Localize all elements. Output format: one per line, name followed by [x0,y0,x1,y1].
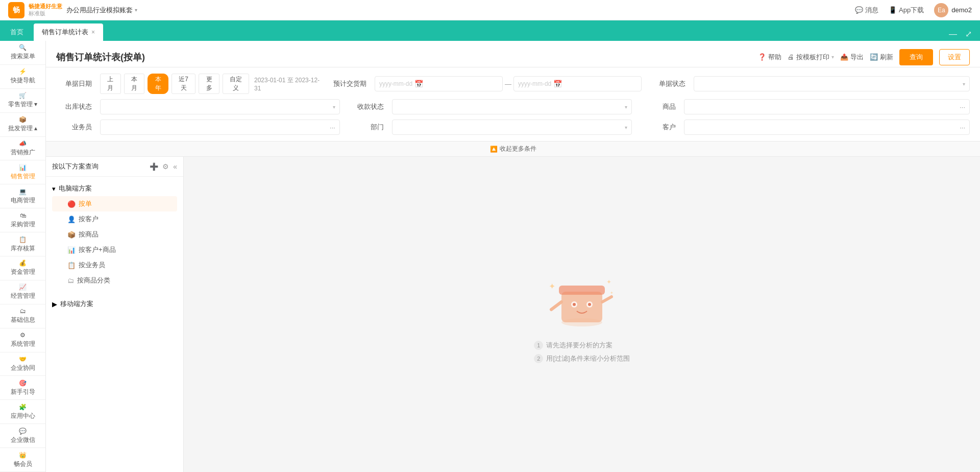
sidebar-item-finance[interactable]: 💰 资金管理 [0,256,45,280]
sidebar-item-apps[interactable]: 🧩 应用中心 [0,400,45,424]
collection-select[interactable]: ▾ [392,99,632,114]
date-btn-7days[interactable]: 近7天 [172,74,195,94]
apps-icon: 🧩 [19,404,27,411]
by-cust-goods-icon: 📊 [67,246,76,254]
collapse-bar[interactable]: 🔼 收起更多条件 [46,141,980,157]
staff-input[interactable]: ··· [100,120,340,135]
tab-sales-order-stats[interactable]: 销售订单统计表 × [34,23,103,41]
panel-header: 按以下方案查询 ➕ ⚙ « [46,157,183,177]
collection-label: 收款状态 [348,102,384,111]
refresh-button[interactable]: 🔄 刷新 [870,53,893,62]
by-category-label: 按商品分类 [77,276,110,285]
mobile-section-header[interactable]: ▶ 移动端方案 [52,296,177,312]
pc-section-header[interactable]: ▾ 电脑端方案 [52,181,177,196]
customer-label: 客户 [640,123,676,132]
sidebar-item-operations[interactable]: 📈 经营管理 [0,280,45,304]
sidebar-item-wholesale[interactable]: 📦 批发管理 ▴ [0,113,45,137]
sidebar-item-retail[interactable]: 🛒 零售管理 ▾ [0,89,45,113]
scheme-item-by-goods[interactable]: 📦 按商品 [52,227,177,242]
system-label: 系统管理 [11,340,35,348]
scheme-item-by-order[interactable]: 🔴 按单 [52,196,177,211]
sidebar-item-system[interactable]: ⚙ 系统管理 [0,328,45,352]
svg-point-5 [573,303,576,306]
date-btn-this-month[interactable]: 本月 [124,74,145,94]
collapse-label: 收起更多条件 [500,145,536,153]
sidebar: 🔍 搜索菜单 ⚡ 快捷导航 🛒 零售管理 ▾ 📦 批发管理 ▴ 📣 营销推广 📊… [0,41,46,472]
nav-tab-right: — ⤢ [947,27,980,41]
by-goods-label: 按商品 [79,230,99,239]
calendar-to-icon[interactable]: 📅 [553,80,562,88]
calendar-from-icon[interactable]: 📅 [414,80,423,88]
scheme-item-by-cust-goods[interactable]: 📊 按客户+商品 [52,242,177,257]
user-menu[interactable]: Ea demo2 [934,3,972,17]
scheme-item-by-category[interactable]: 🗂 按商品分类 [52,273,177,288]
content-main: ✦ ✦ ✦ 1 请先选择要分析的方案 2 用[过滤]条件来缩小分析范围 [184,157,980,472]
customer-input[interactable]: ··· [684,120,970,135]
member-label: 畅会员 [14,460,32,468]
setting-button[interactable]: 设置 [939,49,970,65]
filter-area: 单据日期 上月 本月 本年 近7天 更多 自定义 2023-01-01 至 20… [46,67,980,141]
panel-add-icon[interactable]: ➕ [150,162,158,171]
collapse-text: 🔼 收起更多条件 [490,145,536,153]
inventory-icon: 📋 [19,236,27,243]
message-action[interactable]: 💬 消息 [855,6,878,15]
page-header: 销售订单统计表(按单) ❓ 帮助 🖨 按模板打印 ▾ 📤 导出 🔄 刷新 [46,41,980,67]
sidebar-search[interactable]: 🔍 搜索菜单 [0,41,45,65]
sidebar-quick-nav[interactable]: ⚡ 快捷导航 [0,65,45,89]
goods-more-icon[interactable]: ··· [960,103,965,111]
print-button[interactable]: 🖨 按模板打印 ▾ [788,53,834,62]
delivery-arrow-icon: ▾ [333,104,335,110]
query-button[interactable]: 查询 [899,49,933,65]
sidebar-item-inventory[interactable]: 📋 库存核算 [0,232,45,256]
customer-more-icon[interactable]: ··· [960,124,965,131]
by-staff-icon: 📋 [67,262,76,269]
sidebar-item-purchase[interactable]: 🛍 采购管理 [0,208,45,232]
export-button[interactable]: 📤 导出 [840,53,864,62]
status-select[interactable]: ▾ [694,76,970,91]
sidebar-item-member[interactable]: 👑 畅会员 [0,448,45,472]
industry-selector[interactable]: 办公用品行业模拟账套 ▾ [66,6,137,15]
panel-collapse-icon[interactable]: « [173,162,177,171]
sidebar-item-marketing[interactable]: 📣 营销推广 [0,137,45,161]
help-label: 帮助 [768,53,781,62]
sidebar-item-newbie[interactable]: 🎯 新手引导 [0,376,45,400]
date-btn-custom[interactable]: 自定义 [223,74,249,94]
empty-tips: 1 请先选择要分析的方案 2 用[过滤]条件来缩小分析范围 [534,341,629,363]
delivery-select[interactable]: ▾ [100,99,340,114]
sidebar-item-wechat[interactable]: 💬 企业微信 [0,424,45,448]
user-name: demo2 [951,6,972,14]
scheme-item-by-staff[interactable]: 📋 按业务员 [52,257,177,273]
base-icon: 🗂 [20,308,26,315]
date-btn-last-month[interactable]: 上月 [100,74,121,94]
maximize-button[interactable]: ⤢ [963,27,974,41]
pc-section-title: 电脑端方案 [59,184,92,193]
expected-date-to[interactable]: yyyy-mm-dd 📅 [513,76,642,91]
pc-section-arrow-icon: ▾ [52,185,56,193]
svg-rect-2 [559,286,605,295]
sidebar-item-sales[interactable]: 📊 销售管理 [0,160,45,184]
wechat-label: 企业微信 [11,436,35,444]
by-customer-label: 按客户 [79,215,99,224]
date-btn-this-year[interactable]: 本年 [148,74,168,94]
minimize-button[interactable]: — [947,28,959,41]
refresh-label: 刷新 [880,53,893,62]
tab-close-icon[interactable]: × [91,29,95,36]
dept-select[interactable]: ▾ [392,120,632,135]
sidebar-item-enterprise[interactable]: 🤝 企业协同 [0,352,45,376]
purchase-icon: 🛍 [20,212,26,219]
tab-home[interactable]: 首页 [2,23,32,41]
sidebar-item-base[interactable]: 🗂 基础信息 [0,304,45,328]
staff-more-icon[interactable]: ··· [330,124,335,131]
app-download-action[interactable]: 📱 App下载 [889,6,924,15]
sidebar-item-ecommerce[interactable]: 💻 电商管理 [0,184,45,208]
panel-edit-icon[interactable]: ⚙ [162,162,169,171]
expected-date-from[interactable]: yyyy-mm-dd 📅 [375,76,503,91]
newbie-label: 新手引导 [11,388,35,396]
help-button[interactable]: ❓ 帮助 [758,53,781,62]
date-btn-more[interactable]: 更多 [199,74,219,94]
inventory-label: 库存核算 [11,244,35,253]
goods-input[interactable]: ··· [684,99,970,114]
export-label: 导出 [850,53,864,62]
scheme-item-by-customer[interactable]: 👤 按客户 [52,211,177,227]
by-category-icon: 🗂 [67,277,74,285]
